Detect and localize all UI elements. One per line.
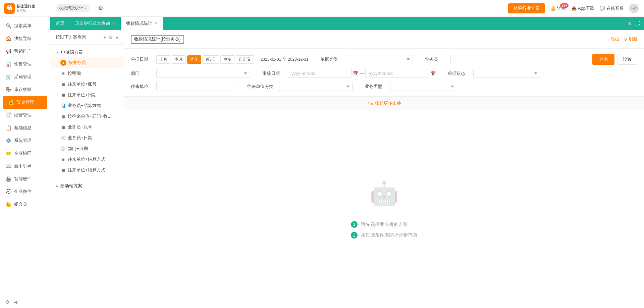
user-avatar[interactable]: Rit [629, 4, 639, 13]
scheme-item-by-detail[interactable]: ⊞ 按明细 [50, 68, 124, 79]
topbar-settings-icon[interactable]: ⚙ [98, 5, 103, 11]
left-panel: 按以下方案查询 + ⚙ « ▼ 电脑端方案 ● 按业务员 ⊞ [50, 30, 124, 308]
scheme-item-salesperson-account[interactable]: ▦ 业务员+账号 [50, 122, 124, 133]
review-date-to-input[interactable] [365, 69, 429, 78]
sidebar-item-marketing[interactable]: 📢 营销推广 [0, 45, 50, 58]
scheme-group-desktop-title[interactable]: ▼ 电脑端方案 [50, 47, 124, 57]
business-type-select[interactable] [390, 82, 457, 91]
sidebar-item-search-menu[interactable]: 🔍 搜索菜单 [0, 19, 50, 32]
review-date-from-calendar-icon[interactable]: 📅 [353, 71, 358, 76]
scheme-item-dept-date[interactable]: 🕐 部门+日期 [50, 143, 124, 154]
scheme-item-dept-date-label: 部门+日期 [68, 146, 88, 152]
breadcrumb-area[interactable]: 收款情况统计 ▾ [56, 4, 90, 12]
sidebar-nav: 🔍 搜索菜单 🏠 快捷导航 📢 营销推广 📊 销售管理 🛒 采购管理 🏪 库存核… [0, 17, 50, 296]
scheme-item-unit-settlement1[interactable]: ⊞ 往来单位+结算方式 [50, 154, 124, 165]
left-panel-title: 按以下方案查询 [56, 34, 86, 40]
scheme-item-salesperson-account-label: 业务员+账号 [68, 124, 92, 130]
sidebar-item-system-label: 系统管理 [14, 138, 32, 144]
sidebar-item-member[interactable]: 👑 畅会员 [0, 198, 50, 211]
add-scheme-button[interactable]: + [103, 35, 106, 40]
unit-date-icon: ▦ [60, 92, 66, 98]
app-download-button[interactable]: 📥 App下载 [571, 5, 594, 11]
group-arrow-down-icon: ▼ [56, 51, 59, 54]
scheme-item-salesperson-settlement[interactable]: 📊 业务员+结算方式 [50, 100, 124, 111]
tab-collection-label: 收款情况统计 [126, 20, 152, 27]
scheme-item-unit-account[interactable]: ▦ 往来单位+账号 [50, 79, 124, 90]
doc-status-select[interactable] [473, 69, 540, 78]
counterpart-input[interactable] [156, 82, 230, 91]
tab-collection-close[interactable]: ✕ [154, 21, 158, 26]
notification-badge: 99+ [560, 3, 569, 8]
date-btn-custom[interactable]: 自定义 [236, 55, 254, 64]
sidebar-item-purchase[interactable]: 🛒 采购管理 [0, 70, 50, 83]
sidebar-item-system[interactable]: ⚙️ 系统管理 [0, 134, 50, 147]
sidebar-item-guide[interactable]: 📖 新手引导 [0, 160, 50, 172]
date-btn-this-year[interactable]: 本年 [187, 55, 201, 64]
setting-button[interactable]: 设置 [617, 54, 637, 65]
date-btn-this-month[interactable]: 本月 [172, 55, 186, 64]
salesperson-input[interactable] [450, 55, 514, 64]
date-btn-last-month[interactable]: 上月 [156, 55, 170, 64]
voucher-type-select[interactable] [346, 55, 413, 64]
refresh-button[interactable]: ↺ 刷新 [624, 36, 637, 42]
collapse-panel-button[interactable]: « [116, 35, 118, 40]
tab-home[interactable]: 首页 [50, 17, 70, 30]
sidebar-item-quick-nav[interactable]: 🏠 快捷导航 [0, 32, 50, 45]
sidebar-item-smart-hw[interactable]: 🖨️ 智能硬件 [0, 172, 50, 185]
review-date-label: 审核日期 [262, 70, 282, 76]
scheme-item-unit-account-label: 往来单位+账号 [68, 81, 97, 87]
date-range: 2023-01-01 至 2023-12-31 [261, 57, 309, 62]
scheme-group-mobile-title[interactable]: ▶ 移动端方案 [50, 181, 124, 191]
collapse-bottom-icon[interactable]: ◀ [14, 299, 17, 305]
scheme-settings-button[interactable]: ⚙ [109, 35, 113, 40]
scheme-group-mobile: ▶ 移动端方案 [50, 178, 124, 194]
export-icon: ↑ [607, 37, 610, 42]
notification-button[interactable]: 🔔 消息 99+ [550, 5, 566, 11]
online-service-button[interactable]: 💬 在线客服 [600, 5, 624, 11]
tab-bank-flow[interactable]: 现金银行流水查询 ✕ [70, 17, 121, 30]
scheme-item-by-salesperson-label: 按业务员 [68, 60, 86, 66]
sidebar-item-enterprise[interactable]: 🤝 企业协同 [0, 147, 50, 160]
tab-home-label: 首页 [56, 20, 64, 27]
page-title: 收款情况统计(按业务员) [131, 35, 184, 44]
sidebar-item-marketing-label: 营销推广 [14, 48, 32, 54]
query-button[interactable]: 查询 [592, 54, 614, 65]
salesperson-more-icon[interactable]: ··· [516, 57, 519, 62]
dept-select[interactable] [156, 69, 250, 78]
review-date-from-input[interactable] [288, 69, 352, 78]
sidebar-item-finance[interactable]: 💰 资金管理 [3, 96, 47, 109]
sidebar-item-operations[interactable]: 📈 经营管理 [0, 109, 50, 121]
scheme-item-unit-settlement2[interactable]: ▦ 往来单位+结算方式 [50, 165, 124, 175]
collapse-bar[interactable]: ∧∧ 收起更多条件 [124, 97, 644, 110]
sidebar-item-sales[interactable]: 📊 销售管理 [0, 58, 50, 70]
collapse-button[interactable]: ∧∧ 收起更多条件 [367, 100, 401, 106]
sidebar-item-smart-hw-label: 智能硬件 [14, 176, 32, 182]
date-btn-last-7[interactable]: 近7天 [203, 55, 219, 64]
tab-close-all-icon[interactable]: ✕ [628, 20, 632, 27]
wechat-icon: 💬 [5, 189, 11, 195]
counterpart-category-select[interactable] [279, 82, 353, 91]
scheme-item-unit-dept-collect[interactable]: ▦ 按往来单位+部门+收... [50, 111, 124, 122]
scheme-item-salesperson-date[interactable]: 🕐 业务员+日期 [50, 133, 124, 143]
empty-illustration: 🤖 [367, 179, 401, 213]
user-name: Rit [632, 6, 637, 11]
sidebar-item-basic-info[interactable]: 📋 基础信息 [0, 121, 50, 134]
scheme-item-by-salesperson[interactable]: ● 按业务员 [50, 57, 124, 68]
settings-bottom-icon[interactable]: ⚙ [5, 299, 10, 305]
review-date-to-calendar-icon[interactable]: 📅 [430, 71, 436, 76]
trial-button[interactable]: 体验行业方案 [508, 3, 545, 13]
date-btn-more[interactable]: 更多 [220, 55, 234, 64]
empty-tips: 1 请先选择要分析的方案 2 用过滤条件来缩小分析范围 [351, 221, 417, 239]
sidebar-item-inventory[interactable]: 🏪 库存核算 [0, 83, 50, 96]
tab-collection[interactable]: 收款情况统计 ✕ [121, 17, 163, 30]
app-download-label: App下载 [578, 5, 594, 11]
tab-maximize-icon[interactable]: ⛶ [635, 20, 640, 27]
scheme-item-unit-date[interactable]: ▦ 往来单位+日期 [50, 90, 124, 100]
sidebar-item-wechat[interactable]: 💬 企业微信 [0, 185, 50, 198]
smart-hw-icon: 🖨️ [5, 176, 11, 182]
export-button[interactable]: ↑ 导出 [607, 36, 620, 42]
scheme-item-unit-settlement2-label: 往来单位+结算方式 [68, 167, 105, 173]
counterpart-more-icon[interactable]: ··· [231, 84, 235, 89]
tab-bank-flow-close[interactable]: ✕ [112, 21, 115, 26]
refresh-icon: ↺ [624, 37, 627, 42]
